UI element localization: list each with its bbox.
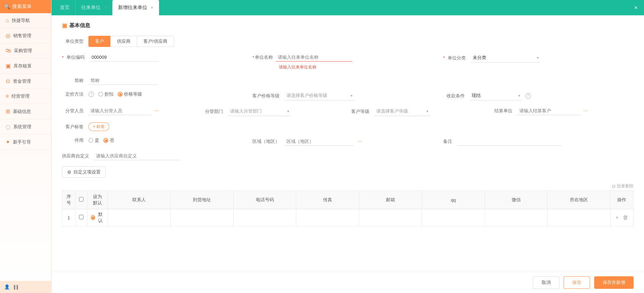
cust-level-value: 请选择客户等级 [374,107,425,116]
pricing-help-icon[interactable]: ? [88,91,94,97]
save-button[interactable]: 保存 [564,276,590,289]
row-wechat[interactable] [485,209,548,226]
tab-new-partner-close[interactable]: × [151,5,153,10]
sidebar: 🔍 搜索菜单 ⌂ 快捷导航 ◎ 销售管理 🛍 采购管理 ▣ 库存核算 ⊙ 资金管… [0,0,52,293]
settlement-dots-btn[interactable]: ··· [582,108,589,114]
form-group-unit-category: * 单位分类 未分类 ▾ [443,53,623,63]
form-group-department: 分管部门 请输入分管部门 ▾ [205,107,338,116]
col-default: 设为默认 [87,191,108,209]
abbr-input[interactable] [88,76,158,85]
sidebar-bottom: 👤 ▐▐ [0,281,51,293]
region-dots-btn[interactable]: ··· [356,138,363,145]
sidebar-item-inventory[interactable]: ▣ 库存核算 [0,58,51,74]
col-seq: 序号 [62,191,76,209]
row-wechat-input[interactable] [488,214,544,222]
finance-icon: ⊙ [6,78,10,84]
pricing-discount-option[interactable]: 折扣 [98,91,113,97]
row-checkbox[interactable] [79,215,84,219]
tab-partners-close[interactable]: × [104,5,107,10]
sidebar-item-quick-nav[interactable]: ⌂ 快捷导航 [0,13,51,28]
pricing-price-level-option[interactable]: 价格等级 [118,91,142,97]
col-wechat: 微信 [485,191,548,209]
dept-label: 分管部门 [205,108,226,115]
manager-input[interactable] [88,107,151,115]
search-icon: 🔍 [4,4,10,9]
sidebar-item-purchase[interactable]: 🛍 采购管理 [0,43,51,58]
settlement-input[interactable] [517,107,580,115]
cancel-button[interactable]: 取消 [533,276,559,289]
row-email[interactable] [359,209,422,226]
add-tag-btn[interactable]: + 标签 [88,122,109,131]
row-qq-input[interactable] [425,214,481,222]
gear-icon: ⚙ [67,170,71,175]
customer-price-select[interactable]: 请选择客户价格等级 ▾ [284,91,354,100]
col-area: 所在地区 [548,191,611,209]
row-default-radio[interactable]: 默认 [91,211,104,224]
batch-delete-icon: ⊟ [612,184,615,189]
remark-input[interactable] [457,137,561,146]
sidebar-item-guide[interactable]: ✦ 新手引导 [0,135,51,150]
cust-level-select[interactable]: 请选择客户等级 ▾ [374,107,430,116]
form-group-customer-price: 客户价格等级 请选择客户价格等级 ▾ [252,91,432,100]
payment-select[interactable]: 现结 ▾ [470,91,522,100]
unit-name-input[interactable] [276,53,352,62]
batch-delete-label[interactable]: 批量删除 [617,183,634,189]
tab-bar: 首页 往来单位 × 新增往来单位 × × [52,0,644,15]
unit-category-value: 未分类 [471,53,535,62]
row-default-label: 默认 [96,211,104,224]
search-menu[interactable]: 🔍 搜索菜单 [0,0,51,13]
row-email-input[interactable] [363,214,418,222]
disable-no-label: 否 [110,137,114,144]
row-delete-btn[interactable]: 🗑 [623,214,628,220]
row-address-input[interactable] [174,214,230,222]
row-fax-input[interactable] [300,214,355,222]
tab-partners[interactable]: 往来单位 × [76,0,112,15]
row-area[interactable] [548,209,611,226]
unit-type-label: 单位类型 [62,38,86,44]
sidebar-item-label: 系统管理 [13,124,31,130]
required-star-code: * [62,55,64,60]
unit-name-error: 请输入往来单位名称 [279,64,316,70]
unit-code-input[interactable] [89,53,159,62]
disable-yes-radio [88,138,93,143]
col-check [76,191,87,209]
disable-yes-option[interactable]: 是 [88,137,99,144]
tab-bar-close-btn[interactable]: × [630,4,641,11]
unit-category-select[interactable]: 未分类 ▾ [471,53,540,63]
col-fax: 传真 [296,191,359,209]
custom-settings-btn[interactable]: ⚙ 自定义项设置 [62,166,106,178]
unit-type-customer-btn[interactable]: 客户 [88,36,110,47]
row-add-btn[interactable]: + [615,214,619,220]
tab-new-partner[interactable]: 新增往来单位 × [112,0,159,15]
form-row-pricing: 定价方法 ? 折扣 价格等级 客户价格等级 请选择客户价格等级 [62,91,634,100]
row-qq[interactable] [422,209,485,226]
unit-name-label: 单位名称 [255,54,276,60]
unit-type-both-btn[interactable]: 客户/供应商 [137,36,174,47]
save-new-button[interactable]: 保存并新增 [594,276,634,289]
tab-home[interactable]: 首页 [54,0,76,15]
region-input[interactable] [284,137,354,146]
manager-dots-btn[interactable]: ··· [153,108,160,114]
row-contact[interactable] [108,209,171,226]
row-fax[interactable] [296,209,359,226]
row-address[interactable] [171,209,234,226]
sidebar-item-operations[interactable]: ≡ 经营管理 [0,89,51,104]
unit-type-supplier-btn[interactable]: 供应商 [110,36,137,47]
disable-no-option[interactable]: 否 [103,137,114,144]
customer-price-label: 客户价格等级 [252,93,282,99]
row-contact-input[interactable] [111,214,167,222]
sidebar-item-finance[interactable]: ⊙ 资金管理 [0,74,51,89]
sidebar-item-sales[interactable]: ◎ 销售管理 [0,28,51,43]
payment-help-icon[interactable]: ? [525,93,531,99]
dept-select[interactable]: 请输入分管部门 ▾ [228,107,291,116]
form-group-payment: 收款条件 现结 ▾ ? [443,91,623,100]
sidebar-item-system[interactable]: ◌ 系统管理 [0,119,51,135]
tab-home-label: 首页 [60,5,70,11]
row-phone-input[interactable] [237,214,293,222]
supplier-custom-input[interactable] [94,152,181,160]
select-all-checkbox[interactable] [79,197,84,202]
sidebar-item-basic-info[interactable]: ⊞ 基础信息 [0,104,51,119]
row-area-input[interactable] [551,214,607,222]
customer-price-arrow: ▾ [349,93,354,98]
row-phone[interactable] [233,209,296,226]
